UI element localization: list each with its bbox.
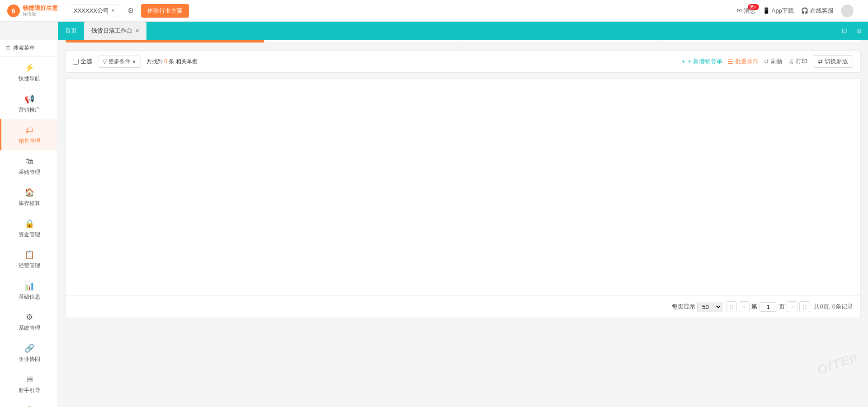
last-page-button[interactable]: ⟩⟩ <box>799 301 810 312</box>
refresh-label: 刷新 <box>771 57 783 65</box>
table-empty-body <box>66 79 860 295</box>
toolbar-left: 全选 ▽ 更多条件 ∨ 共找到 0 条 相关单据 <box>73 56 675 68</box>
header-right: ✉ 消息 99+ 📱 App下载 🎧 在线客服 <box>737 5 861 17</box>
purchase-icon: 🛍 <box>24 156 35 167</box>
sidebar-item-label: 库存核算 <box>19 200 40 207</box>
online-service-label: 在线客服 <box>810 7 834 15</box>
message-icon: ✉ <box>737 7 742 14</box>
select-all-checkbox[interactable]: 全选 <box>73 57 92 65</box>
sidebar-item-sales[interactable]: 🏷 销售管理 <box>0 119 57 150</box>
page-size-select: 每页显示 50 20 100 <box>672 302 722 312</box>
more-filter-button[interactable]: ▽ 更多条件 ∨ <box>98 56 141 68</box>
settings-icon: ⚙ <box>127 6 134 15</box>
sidebar-item-purchase[interactable]: 🛍 采购管理 <box>0 150 57 182</box>
table-area: 每页显示 50 20 100 ⟨⟨ ＜ 第 页 ＞ ⟩⟩ 共0页, 0条记录 <box>65 78 861 318</box>
sidebar-item-inventory[interactable]: 🏠 库存核算 <box>0 182 57 213</box>
trial-button[interactable]: 体验行业方案 <box>141 4 189 18</box>
batch-btn-label: 批量操作 <box>735 57 759 65</box>
batch-operation-button[interactable]: ☰ 批量操作 <box>728 57 759 65</box>
filter-icon: ▽ <box>103 58 107 65</box>
sidebar-item-label: 企业协同 <box>19 356 40 363</box>
tab-minimize-icon[interactable]: ⊟ <box>839 25 850 36</box>
sidebar-item-basic-info[interactable]: 📊 基础信息 <box>0 275 57 306</box>
enterprise-icon: 🔗 <box>24 343 35 354</box>
settings-button[interactable]: ⚙ <box>124 4 137 18</box>
nav-tabs-right: ⊟ ⊞ <box>839 25 868 36</box>
sidebar-item-label: 资金管理 <box>19 231 40 239</box>
search-menu[interactable]: ☰ 搜索菜单 <box>0 40 57 57</box>
select-all-input[interactable] <box>73 59 79 65</box>
prev-page-button[interactable]: ＜ <box>739 301 750 312</box>
page-input[interactable] <box>759 302 777 312</box>
tab-daily-work[interactable]: 钱货日清工作台 ✕ <box>84 22 146 40</box>
marketing-icon: 📢 <box>24 94 35 104</box>
per-page-label: 每页显示 <box>672 303 695 311</box>
logo-icon: 6 <box>7 5 20 17</box>
print-icon: 🖨 <box>788 58 794 65</box>
sales-icon: 🏷 <box>24 125 35 136</box>
logo-main: 畅捷通好生意 <box>23 5 58 12</box>
quick-nav-icon: ⚡ <box>24 62 35 73</box>
sidebar-item-system[interactable]: ⚙ 系统管理 <box>0 306 57 337</box>
switch-label: 切换新版 <box>825 57 848 65</box>
sidebar-item-quick-nav[interactable]: ⚡ 快捷导航 <box>0 57 57 88</box>
refresh-icon: ↺ <box>764 58 769 65</box>
switch-icon: ⇄ <box>818 58 823 65</box>
basic-info-icon: 📊 <box>24 281 35 291</box>
first-page-button[interactable]: ⟨⟨ <box>726 301 737 312</box>
batch-icon: ☰ <box>728 58 733 65</box>
sidebar-item-operations[interactable]: 📋 经营管理 <box>0 244 57 275</box>
system-icon: ⚙ <box>24 312 35 323</box>
company-arrow-icon: ▼ <box>111 8 115 13</box>
add-icon: ＋ <box>680 57 686 65</box>
tab-close-icon[interactable]: ✕ <box>135 28 139 34</box>
sidebar: ☰ 搜索菜单 ⚡ 快捷导航 📢 营销推广 🏷 销售管理 🛍 采购管理 🏠 库存核… <box>0 40 58 367</box>
next-page-button[interactable]: ＞ <box>787 301 797 312</box>
sidebar-item-label: 采购管理 <box>19 168 40 176</box>
select-all-label: 全选 <box>80 57 92 65</box>
sidebar-item-funds[interactable]: 🔒 资金管理 <box>0 213 57 244</box>
add-sales-order-button[interactable]: ＋ + 新增销货单 <box>680 57 722 65</box>
service-icon: 🎧 <box>801 7 808 14</box>
sidebar-item-label: 系统管理 <box>19 324 40 332</box>
page-suffix: 页 <box>779 303 785 311</box>
found-prefix: 共找到 <box>146 58 163 65</box>
search-icon: ☰ <box>5 45 10 51</box>
found-text: 共找到 0 条 相关单据 <box>146 58 198 65</box>
tab-daily-work-label: 钱货日清工作台 <box>91 27 132 35</box>
company-name: XXXXXX公司 <box>74 7 109 15</box>
online-service-button[interactable]: 🎧 在线客服 <box>801 7 834 15</box>
header-left: 6 畅捷通好生意 标准版 XXXXXX公司 ▼ ⚙ 体验行业方案 <box>7 4 189 18</box>
logo-text: 畅捷通好生意 标准版 <box>23 5 58 17</box>
messages-button[interactable]: ✉ 消息 99+ <box>737 7 755 15</box>
company-selector[interactable]: XXXXXX公司 ▼ <box>69 5 120 17</box>
tab-home[interactable]: 首页 <box>58 22 84 40</box>
toolbar: 全选 ▽ 更多条件 ∨ 共找到 0 条 相关单据 ＋ + 新增销货单 ☰ 批量操… <box>65 50 861 73</box>
sidebar-item-marketing[interactable]: 📢 营销推广 <box>0 88 57 119</box>
found-num: 0 <box>164 58 167 65</box>
funds-icon: 🔒 <box>24 218 35 229</box>
search-menu-label: 搜索菜单 <box>13 44 35 52</box>
found-suffix: 条 相关单据 <box>169 58 197 65</box>
tab-home-label: 首页 <box>65 27 77 35</box>
app-download-icon: 📱 <box>763 7 770 14</box>
filter-arrow-icon: ∨ <box>132 58 136 65</box>
refresh-button[interactable]: ↺ 刷新 <box>764 57 783 65</box>
more-filter-label: 更多条件 <box>108 58 130 65</box>
avatar[interactable] <box>841 5 854 17</box>
top-header: 6 畅捷通好生意 标准版 XXXXXX公司 ▼ ⚙ 体验行业方案 ✉ 消息 99… <box>0 0 868 22</box>
page-nav: ⟨⟨ ＜ 第 页 ＞ ⟩⟩ <box>726 301 810 312</box>
app-download-button[interactable]: 📱 App下载 <box>763 7 794 15</box>
main-content: 2 全部单据 2 到期未收款 0 旺铺待确认 2 到期未收款 已出库 全选 ▽ … <box>58 0 868 367</box>
inventory-icon: 🏠 <box>24 187 35 198</box>
pagination-bar: 每页显示 50 20 100 ⟨⟨ ＜ 第 页 ＞ ⟩⟩ 共0页, 0条记录 <box>66 295 860 318</box>
switch-version-button[interactable]: ⇄ 切换新版 <box>813 55 853 68</box>
operations-icon: 📋 <box>24 249 35 260</box>
sidebar-item-enterprise[interactable]: 🔗 企业协同 <box>0 337 57 367</box>
tab-maximize-icon[interactable]: ⊞ <box>854 25 864 36</box>
print-button[interactable]: 🖨 打印 <box>788 57 807 65</box>
per-page-dropdown[interactable]: 50 20 100 <box>697 302 722 312</box>
nav-tabs: 首页 钱货日清工作台 ✕ ⊟ ⊞ <box>58 22 868 40</box>
print-label: 打印 <box>796 57 807 65</box>
sidebar-item-label: 销售管理 <box>19 137 40 145</box>
